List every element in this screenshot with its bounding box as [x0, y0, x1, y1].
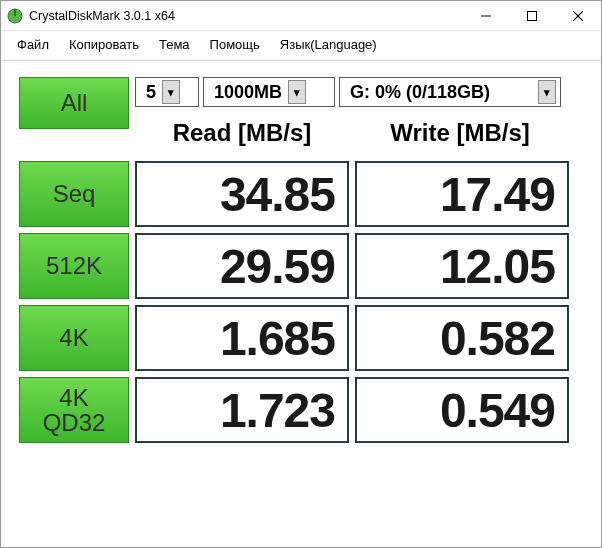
drive-value: G: 0% (0/118GB)	[350, 82, 532, 103]
window-titlebar: CrystalDiskMark 3.0.1 x64	[1, 1, 601, 31]
svg-rect-1	[14, 9, 16, 16]
drive-select[interactable]: G: 0% (0/118GB) ▾	[339, 77, 561, 107]
chevron-down-icon: ▾	[538, 80, 556, 104]
menubar: Файл Копировать Тема Помощь Язык(Languag…	[1, 31, 601, 61]
4k-write-value: 0.582	[355, 305, 569, 371]
menu-help[interactable]: Помощь	[202, 35, 268, 54]
menu-theme[interactable]: Тема	[151, 35, 198, 54]
chevron-down-icon: ▾	[162, 80, 180, 104]
table-row: 4K 1.685 0.582	[19, 305, 583, 371]
512k-write-value: 12.05	[355, 233, 569, 299]
test-size-select[interactable]: 1000MB ▾	[203, 77, 335, 107]
table-row: 4K QD32 1.723 0.549	[19, 377, 583, 443]
512k-read-value: 29.59	[135, 233, 349, 299]
window-controls	[463, 1, 601, 30]
window-title: CrystalDiskMark 3.0.1 x64	[29, 9, 463, 23]
runs-select[interactable]: 5 ▾	[135, 77, 199, 107]
chevron-down-icon: ▾	[288, 80, 306, 104]
app-icon	[7, 8, 23, 24]
close-button[interactable]	[555, 1, 601, 30]
table-row: 512K 29.59 12.05	[19, 233, 583, 299]
seq-button[interactable]: Seq	[19, 161, 129, 227]
seq-write-value: 17.49	[355, 161, 569, 227]
menu-file[interactable]: Файл	[9, 35, 57, 54]
runs-value: 5	[146, 82, 156, 103]
512k-button[interactable]: 512K	[19, 233, 129, 299]
svg-rect-3	[528, 11, 537, 20]
4k-read-value: 1.685	[135, 305, 349, 371]
table-row: Seq 34.85 17.49	[19, 161, 583, 227]
test-size-value: 1000MB	[214, 82, 282, 103]
4k-button[interactable]: 4K	[19, 305, 129, 371]
menu-copy[interactable]: Копировать	[61, 35, 147, 54]
menu-language[interactable]: Язык(Language)	[272, 35, 385, 54]
write-header: Write [MB/s]	[353, 113, 567, 155]
4kqd32-read-value: 1.723	[135, 377, 349, 443]
main-content: All 5 ▾ 1000MB ▾ G: 0% (0/118GB) ▾	[1, 61, 601, 453]
seq-read-value: 34.85	[135, 161, 349, 227]
all-button[interactable]: All	[19, 77, 129, 129]
maximize-button[interactable]	[509, 1, 555, 30]
minimize-button[interactable]	[463, 1, 509, 30]
4kqd32-write-value: 0.549	[355, 377, 569, 443]
4kqd32-button[interactable]: 4K QD32	[19, 377, 129, 443]
read-header: Read [MB/s]	[135, 113, 349, 155]
